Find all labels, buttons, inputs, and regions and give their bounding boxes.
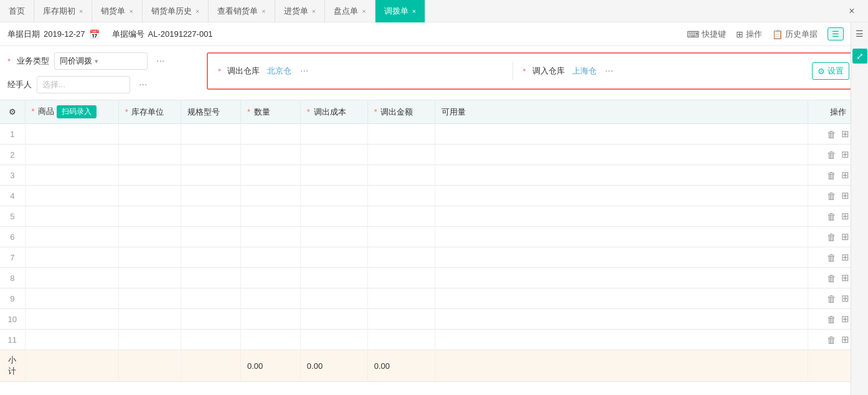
tab-transfer-order-close[interactable]: ×: [412, 7, 416, 15]
row-spec-8[interactable]: [181, 268, 241, 288]
handler-more[interactable]: ···: [135, 79, 151, 90]
row-qty-5[interactable]: [240, 206, 300, 227]
sidebar-expand-button[interactable]: ⤢: [852, 49, 867, 64]
row-spec-4[interactable]: [181, 186, 241, 206]
copy-icon-7[interactable]: ⊞: [841, 252, 849, 263]
delete-icon-8[interactable]: 🗑: [827, 273, 836, 283]
row-product-8[interactable]: [25, 268, 118, 288]
delete-icon-11[interactable]: 🗑: [827, 335, 836, 345]
row-spec-7[interactable]: [181, 247, 241, 268]
delete-icon-4[interactable]: 🗑: [827, 191, 836, 201]
tab-view-sales[interactable]: 查看销货单 ×: [209, 0, 275, 22]
delete-icon-9[interactable]: 🗑: [827, 293, 836, 304]
row-product-11[interactable]: [25, 330, 118, 350]
row-unit-6[interactable]: [118, 227, 181, 247]
row-cost-7[interactable]: [300, 247, 367, 268]
row-product-4[interactable]: [25, 186, 118, 206]
row-amount-3[interactable]: [367, 165, 435, 186]
copy-icon-2[interactable]: ⊞: [841, 149, 849, 160]
copy-icon-11[interactable]: ⊞: [841, 334, 849, 345]
row-unit-1[interactable]: [118, 124, 181, 145]
row-available-9[interactable]: [435, 288, 808, 309]
in-warehouse-more[interactable]: ···: [601, 65, 617, 77]
row-qty-10[interactable]: [240, 309, 300, 330]
row-amount-6[interactable]: [367, 227, 435, 247]
row-qty-11[interactable]: [240, 330, 300, 350]
delete-icon-6[interactable]: 🗑: [827, 232, 836, 242]
row-available-7[interactable]: [435, 247, 808, 268]
copy-icon-3[interactable]: ⊞: [841, 169, 849, 181]
row-spec-1[interactable]: [181, 124, 241, 145]
history-button[interactable]: 📋 历史单据: [772, 29, 818, 40]
handler-select[interactable]: 选择...: [37, 76, 130, 93]
delete-icon-10[interactable]: 🗑: [827, 314, 836, 325]
window-close-button[interactable]: ×: [843, 2, 861, 20]
row-available-4[interactable]: [435, 186, 808, 206]
business-type-select[interactable]: 同价调拨 ▾: [54, 52, 148, 70]
row-spec-9[interactable]: [181, 288, 241, 309]
row-spec-10[interactable]: [181, 309, 241, 330]
tab-sales-order[interactable]: 销货单 ×: [92, 0, 142, 22]
row-cost-9[interactable]: [300, 288, 367, 309]
row-qty-8[interactable]: [240, 268, 300, 288]
copy-icon-4[interactable]: ⊞: [841, 190, 849, 201]
row-product-2[interactable]: [25, 145, 118, 165]
row-cost-10[interactable]: [300, 309, 367, 330]
row-spec-5[interactable]: [181, 206, 241, 227]
row-product-7[interactable]: [25, 247, 118, 268]
row-product-5[interactable]: [25, 206, 118, 227]
row-available-10[interactable]: [435, 309, 808, 330]
tab-purchase-order[interactable]: 进货单 ×: [275, 0, 325, 22]
tab-sales-history[interactable]: 销货单历史 ×: [143, 0, 209, 22]
sidebar-list-button[interactable]: ☰: [852, 26, 867, 41]
row-amount-1[interactable]: [367, 124, 435, 145]
row-available-2[interactable]: [435, 145, 808, 165]
row-available-8[interactable]: [435, 268, 808, 288]
row-unit-9[interactable]: [118, 288, 181, 309]
row-qty-9[interactable]: [240, 288, 300, 309]
delete-icon-7[interactable]: 🗑: [827, 252, 836, 263]
tab-inventory-check-close[interactable]: ×: [362, 7, 366, 15]
row-qty-3[interactable]: [240, 165, 300, 186]
row-product-10[interactable]: [25, 309, 118, 330]
delete-icon-3[interactable]: 🗑: [827, 170, 836, 181]
scan-button[interactable]: 扫码录入: [57, 105, 97, 118]
row-product-6[interactable]: [25, 227, 118, 247]
copy-icon-5[interactable]: ⊞: [841, 211, 849, 222]
row-cost-6[interactable]: [300, 227, 367, 247]
tab-inventory-check[interactable]: 盘点单 ×: [325, 0, 375, 22]
row-available-5[interactable]: [435, 206, 808, 227]
tab-inventory-init[interactable]: 库存期初 ×: [34, 0, 92, 22]
row-cost-3[interactable]: [300, 165, 367, 186]
row-amount-11[interactable]: [367, 330, 435, 350]
row-available-3[interactable]: [435, 165, 808, 186]
row-available-6[interactable]: [435, 227, 808, 247]
row-cost-1[interactable]: [300, 124, 367, 145]
row-unit-2[interactable]: [118, 145, 181, 165]
delete-icon-1[interactable]: 🗑: [827, 129, 836, 140]
copy-icon-9[interactable]: ⊞: [841, 293, 849, 304]
copy-icon-8[interactable]: ⊞: [841, 272, 849, 283]
tab-sales-history-close[interactable]: ×: [196, 7, 199, 15]
row-qty-6[interactable]: [240, 227, 300, 247]
row-qty-4[interactable]: [240, 186, 300, 206]
row-spec-3[interactable]: [181, 165, 241, 186]
row-unit-10[interactable]: [118, 309, 181, 330]
tab-purchase-order-close[interactable]: ×: [312, 7, 316, 15]
row-amount-4[interactable]: [367, 186, 435, 206]
row-spec-2[interactable]: [181, 145, 241, 165]
delete-icon-5[interactable]: 🗑: [827, 211, 836, 222]
copy-icon-10[interactable]: ⊞: [841, 313, 849, 325]
row-qty-7[interactable]: [240, 247, 300, 268]
row-unit-8[interactable]: [118, 268, 181, 288]
row-unit-7[interactable]: [118, 247, 181, 268]
row-amount-5[interactable]: [367, 206, 435, 227]
settings-button[interactable]: ⚙ 设置: [812, 62, 849, 80]
layout-button[interactable]: ☰: [828, 27, 844, 40]
tab-sales-order-close[interactable]: ×: [129, 7, 133, 15]
row-cost-8[interactable]: [300, 268, 367, 288]
copy-icon-1[interactable]: ⊞: [841, 128, 849, 140]
row-unit-3[interactable]: [118, 165, 181, 186]
tab-inventory-init-close[interactable]: ×: [79, 7, 83, 15]
row-product-3[interactable]: [25, 165, 118, 186]
